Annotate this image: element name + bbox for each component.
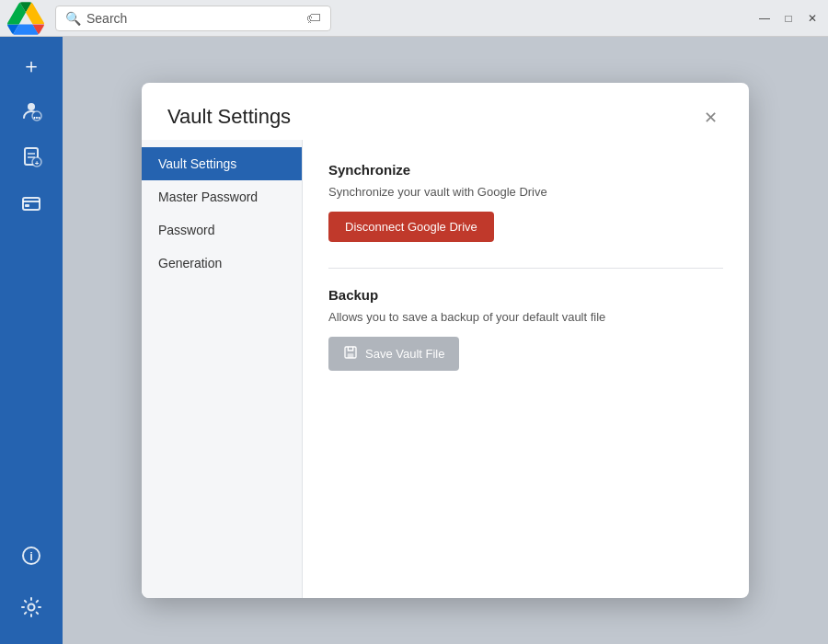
tag-icon[interactable]: 🏷	[306, 10, 321, 27]
disconnect-google-drive-button[interactable]: Disconnect Google Drive	[328, 212, 494, 242]
maximize-button[interactable]: □	[780, 10, 797, 27]
svg-point-13	[29, 604, 35, 610]
google-drive-logo-icon	[7, 0, 44, 37]
search-icon: 🔍	[65, 11, 81, 26]
sidebar-item-settings[interactable]	[11, 589, 52, 629]
modal-title: Vault Settings	[167, 105, 291, 129]
nav-item-master-password[interactable]: Master Password	[142, 180, 302, 213]
backup-section-desc: Allows you to save a backup of your defa…	[328, 310, 723, 324]
svg-text:i: i	[29, 549, 33, 563]
title-bar: 🔍 Search 🏷 — □ ✕	[0, 0, 828, 37]
synchronize-section-title: Synchronize	[328, 162, 723, 178]
save-icon	[343, 345, 358, 362]
save-vault-label: Save Vault File	[365, 347, 444, 361]
modal-close-button[interactable]: ✕	[697, 105, 723, 131]
search-bar[interactable]: 🔍 Search 🏷	[55, 6, 331, 31]
document-icon: +	[20, 145, 42, 172]
add-icon: ＋	[21, 52, 41, 80]
backup-section-title: Backup	[328, 287, 723, 303]
svg-rect-8	[23, 198, 40, 210]
synchronize-section-desc: Synchronize your vault with Google Drive	[328, 185, 723, 199]
save-vault-file-button[interactable]: Save Vault File	[328, 337, 459, 371]
bg-panel: Vault Settings ✕ Vault Settings Master P…	[63, 37, 828, 644]
modal-header: Vault Settings ✕	[142, 83, 749, 140]
sidebar-item-info[interactable]: i	[11, 537, 52, 578]
minimize-button[interactable]: —	[756, 10, 773, 27]
vault-settings-modal: Vault Settings ✕ Vault Settings Master P…	[142, 83, 749, 598]
window-controls: — □ ✕	[756, 10, 821, 27]
settings-content: Synchronize Synchronize your vault with …	[303, 140, 749, 598]
sidebar-item-document[interactable]: +	[11, 138, 52, 178]
modal-body: Vault Settings Master Password Password …	[142, 140, 749, 598]
sidebar-item-card[interactable]	[11, 184, 52, 224]
settings-gear-icon	[20, 596, 42, 623]
sidebar-item-add[interactable]: ＋	[11, 46, 52, 86]
svg-text:•••: •••	[33, 114, 40, 121]
profile-icon: •••	[20, 99, 42, 126]
svg-text:+: +	[35, 159, 40, 167]
section-divider	[328, 268, 723, 269]
nav-item-vault-settings[interactable]: Vault Settings	[142, 147, 302, 180]
svg-rect-15	[348, 353, 354, 358]
svg-point-0	[28, 103, 35, 110]
search-input-label: Search	[86, 11, 127, 26]
nav-item-password[interactable]: Password	[142, 213, 302, 247]
sidebar-item-profile[interactable]: •••	[11, 92, 52, 132]
settings-nav: Vault Settings Master Password Password …	[142, 140, 303, 598]
main-layout: ＋ ••• +	[0, 37, 828, 644]
nav-item-generation[interactable]: Generation	[142, 247, 302, 280]
svg-rect-10	[25, 204, 29, 207]
card-icon	[20, 191, 42, 218]
sidebar-bottom: i	[11, 537, 52, 635]
sidebar: ＋ ••• +	[0, 37, 63, 644]
info-icon: i	[20, 545, 42, 571]
close-button[interactable]: ✕	[804, 10, 821, 27]
content-area: Vault Settings ✕ Vault Settings Master P…	[63, 37, 828, 644]
